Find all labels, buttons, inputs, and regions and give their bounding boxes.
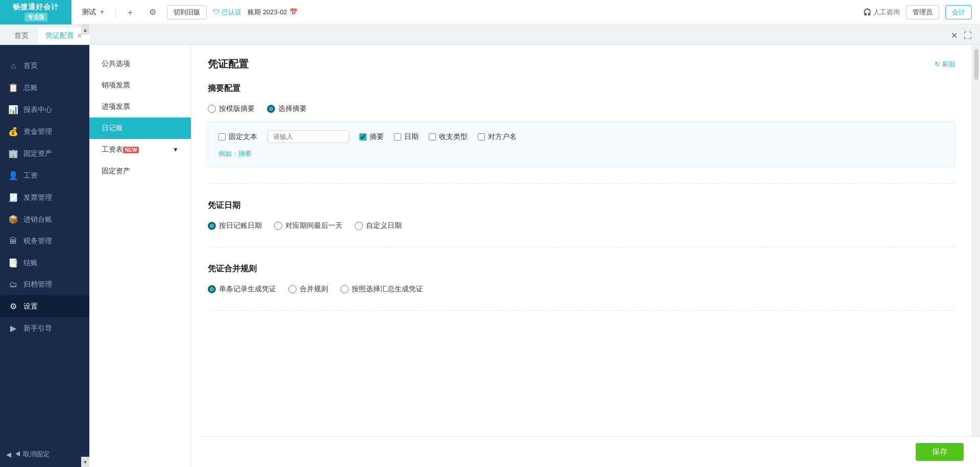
abstract-checkbox[interactable] xyxy=(359,133,366,141)
select-summary-option[interactable]: 按照选择汇总生成凭证 xyxy=(340,285,423,294)
fixed-text-checkbox[interactable] xyxy=(218,133,226,141)
save-button[interactable]: 保存 xyxy=(916,443,964,461)
period-last-option[interactable]: 对应期间最后一天 xyxy=(274,221,342,230)
page-container: 公共选项 销项发票 进项发票 日记账 工资表 NEW ▼ 固定资产 凭证 xyxy=(89,45,980,467)
project-name: 测试 xyxy=(82,8,96,17)
scroll-thumb[interactable] xyxy=(974,49,978,80)
left-nav-journal-label: 日记账 xyxy=(102,124,123,132)
left-nav-purchase-invoice-label: 进项发票 xyxy=(102,102,130,110)
close-icon[interactable]: ✕ xyxy=(949,29,960,42)
sidebar-item-salary[interactable]: 👤 工资 xyxy=(0,165,89,186)
guide-icon: ▶ xyxy=(8,323,18,333)
abstract-select-option[interactable]: 选择摘要 xyxy=(267,104,307,113)
left-nav-fixed-assets[interactable]: 固定资产 xyxy=(89,160,191,182)
right-scrollbar[interactable] xyxy=(972,45,980,467)
sidebar-scroll-down[interactable]: ▼ xyxy=(81,457,89,467)
sidebar-item-invoice[interactable]: 🧾 发票管理 xyxy=(0,186,89,208)
sidebar-item-asset[interactable]: 🏢 固定资产 xyxy=(0,143,89,165)
payment-type-checkbox[interactable] xyxy=(429,133,436,141)
custom-date-option[interactable]: 自定义日期 xyxy=(355,221,402,230)
sidebar-item-ledger[interactable]: 📋 总账 xyxy=(0,77,89,99)
topbar: 畅捷通好会计 专业版 测试 ▼ ＋ ⚙ 切到旧版 🛡 已认证 账期 2023-0… xyxy=(0,0,980,25)
certified-label: 已认证 xyxy=(222,8,241,17)
switch-version-button[interactable]: 切到旧版 xyxy=(167,5,207,19)
abstract-template-radio[interactable] xyxy=(208,105,216,113)
left-nav-purchase-invoice[interactable]: 进项发票 xyxy=(89,96,191,118)
example-text: 例如：摘要 xyxy=(218,149,945,158)
tab-voucher-config-label: 凭证配置 xyxy=(45,31,74,40)
merge-section-title: 凭证合并规则 xyxy=(208,264,955,274)
fixed-text-input[interactable] xyxy=(267,130,349,143)
date-checkbox-item[interactable]: 日期 xyxy=(394,132,419,142)
sidebar-item-report[interactable]: 📊 报表中心 xyxy=(0,99,89,121)
consult-button[interactable]: 🎧 人工咨询 xyxy=(863,8,900,17)
sidebar-item-fund[interactable]: 💰 资金管理 xyxy=(0,121,89,143)
sidebar-item-tax-label: 税务管理 xyxy=(23,237,52,246)
sidebar-item-guide[interactable]: ▶ 新手引导 xyxy=(0,317,89,339)
merge-rule-radio[interactable] xyxy=(288,285,297,293)
payment-type-checkbox-label: 收支类型 xyxy=(439,132,468,142)
counterpart-checkbox[interactable] xyxy=(478,133,485,141)
abstract-select-radio[interactable] xyxy=(267,105,275,113)
sidebar-item-home[interactable]: ⌂ 首页 xyxy=(0,55,89,77)
example-prefix: 例如： xyxy=(218,150,238,157)
sidebar-item-ledger-label: 总账 xyxy=(23,83,38,92)
left-nav-sales-invoice[interactable]: 销项发票 xyxy=(89,75,191,96)
single-voucher-radio[interactable] xyxy=(208,285,216,293)
user-button[interactable]: 管理员 xyxy=(906,5,939,19)
date-section-title: 凭证日期 xyxy=(208,200,955,211)
fullscreen-icon[interactable]: ⛶ xyxy=(962,29,974,42)
settings-icon[interactable]: ⚙ xyxy=(144,4,161,20)
sidebar-item-settings[interactable]: ⚙ 设置 xyxy=(0,295,89,317)
ledger-icon: 📋 xyxy=(8,83,18,92)
calendar-icon[interactable]: 📅 xyxy=(289,8,298,16)
abstract-template-option[interactable]: 按模版摘要 xyxy=(208,104,255,113)
abstract-section-title: 摘要配置 xyxy=(208,83,955,94)
add-button[interactable]: ＋ xyxy=(122,4,138,20)
single-voucher-option[interactable]: 单条记录生成凭证 xyxy=(208,285,276,294)
fund-icon: 💰 xyxy=(8,127,18,136)
select-summary-label: 按照选择汇总生成凭证 xyxy=(352,285,423,294)
sidebar-item-archive[interactable]: 🗂 归档管理 xyxy=(0,274,89,295)
abstract-template-label: 按模版摘要 xyxy=(219,104,255,113)
dropdown-icon: ▼ xyxy=(99,9,105,16)
main-layout: ▲ ⌂ 首页 📋 总账 📊 报表中心 💰 资金管理 🏢 固定资产 👤 工资 xyxy=(0,45,980,467)
period-info: 账期 2023-02 📅 xyxy=(248,8,298,17)
journal-date-option[interactable]: 按日记账日期 xyxy=(208,221,262,230)
merge-rule-option[interactable]: 合并规则 xyxy=(288,285,328,294)
fixed-text-checkbox-item[interactable]: 固定文本 xyxy=(218,132,257,142)
sidebar-item-tax[interactable]: 🏛 税务管理 xyxy=(0,230,89,252)
sidebar-item-salary-label: 工资 xyxy=(23,171,38,180)
report-icon: 📊 xyxy=(8,105,18,114)
period-last-radio[interactable] xyxy=(274,222,282,230)
custom-date-radio[interactable] xyxy=(355,222,363,230)
project-selector[interactable]: 测试 ▼ xyxy=(78,6,109,19)
left-nav-public[interactable]: 公共选项 xyxy=(89,53,191,75)
sidebar-item-settle[interactable]: 📑 结账 xyxy=(0,252,89,274)
shield-icon: 🛡 xyxy=(213,8,219,16)
accountant-button[interactable]: 会计 xyxy=(945,5,972,19)
left-nav-payroll[interactable]: 工资表 NEW ▼ xyxy=(89,139,191,160)
left-nav-payroll-label: 工资表 xyxy=(102,145,123,154)
save-area: 保存 xyxy=(200,436,980,467)
tabbar: 首页 凭证配置 ✕ ✕ ⛶ xyxy=(0,25,980,45)
custom-date-label: 自定义日期 xyxy=(366,221,402,230)
abstract-checkbox-item[interactable]: 摘要 xyxy=(359,132,384,142)
counterpart-checkbox-item[interactable]: 对方户名 xyxy=(478,132,517,142)
refresh-button[interactable]: ↻ 刷新 xyxy=(935,60,955,69)
date-checkbox[interactable] xyxy=(394,133,401,141)
sidebar-item-settings-label: 设置 xyxy=(23,302,38,311)
payment-type-checkbox-item[interactable]: 收支类型 xyxy=(429,132,468,142)
select-summary-radio[interactable] xyxy=(340,285,349,293)
sales-icon: 📦 xyxy=(8,215,18,224)
sidebar-item-archive-label: 归档管理 xyxy=(23,280,52,289)
sidebar-item-sales[interactable]: 📦 进销台账 xyxy=(0,208,89,230)
headset-icon: 🎧 xyxy=(863,8,871,16)
left-nav-journal[interactable]: 日记账 xyxy=(89,118,191,139)
logo-title: 畅捷通好会计 xyxy=(13,3,59,12)
cancel-fixed-button[interactable]: ◀ ◀ 取消固定 xyxy=(4,446,89,463)
tab-home[interactable]: 首页 xyxy=(6,27,37,44)
tax-icon: 🏛 xyxy=(8,237,18,246)
journal-date-radio[interactable] xyxy=(208,222,216,230)
period-value: 2023-02 xyxy=(263,8,287,16)
